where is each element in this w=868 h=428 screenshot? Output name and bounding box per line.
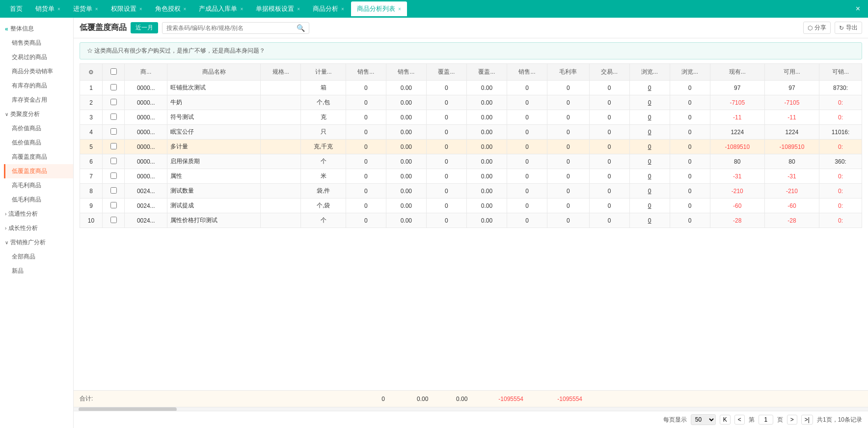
export-button[interactable]: ↻ 导出 [835, 22, 862, 34]
close-icon[interactable]: × [297, 6, 300, 12]
sidebar-section-marketing[interactable]: ∨ 营销推广分析 [0, 235, 73, 250]
nav-tab-home[interactable]: 首页 [4, 1, 28, 16]
row-name[interactable]: 多计量 [167, 140, 261, 154]
nav-tab-inbound[interactable]: 产成品入库单 × [193, 1, 249, 16]
nav-tab-product-analysis-list[interactable]: 商品分析列表 × [351, 1, 407, 16]
row-name[interactable]: 旺铺批次测试 [167, 81, 261, 95]
row-checkbox[interactable] [103, 95, 125, 110]
col-settings[interactable]: ⚙ [80, 64, 103, 81]
sidebar-section-overall[interactable]: « 整体信息 [0, 22, 73, 36]
sidebar-item-low-value[interactable]: 低价值商品 [4, 136, 73, 150]
row-name[interactable]: 眠宝公仔 [167, 125, 261, 140]
sidebar-item-inventory-goods[interactable]: 有库存的商品 [4, 79, 73, 93]
col-sales-count[interactable]: 销售... [507, 64, 547, 81]
sidebar-item-high-margin[interactable]: 高毛利商品 [4, 178, 73, 193]
row-checkbox[interactable] [103, 199, 125, 213]
sidebar-item-high-coverage[interactable]: 高覆盖度商品 [4, 150, 73, 164]
close-all-button[interactable]: × [852, 2, 864, 15]
row-browse1[interactable]: 0 [629, 110, 670, 125]
period-button[interactable]: 近一月 [131, 22, 158, 33]
col-trade[interactable]: 交易... [589, 64, 629, 81]
row-browse1[interactable]: 0 [629, 81, 670, 95]
horizontal-scrollbar[interactable] [74, 407, 868, 411]
row-checkbox[interactable] [103, 125, 125, 140]
close-icon[interactable]: × [184, 6, 187, 12]
next-page-button[interactable]: > [787, 415, 797, 425]
row-name[interactable]: 测试提成 [167, 199, 261, 213]
close-icon[interactable]: × [95, 6, 98, 12]
col-available[interactable]: 可用... [764, 64, 819, 81]
row-checkbox[interactable] [103, 81, 125, 95]
col-code[interactable]: 商... [125, 64, 167, 81]
col-browse1[interactable]: 浏览... [629, 64, 670, 81]
row-name[interactable]: 符号测试 [167, 110, 261, 125]
sidebar-item-all-goods[interactable]: 全部商品 [4, 250, 73, 264]
row-name[interactable]: 属性价格打印测试 [167, 213, 261, 228]
row-checkbox[interactable] [103, 140, 125, 154]
nav-tab-sales[interactable]: 销货单 × [29, 1, 66, 16]
select-all-checkbox[interactable] [110, 68, 117, 75]
row-browse1[interactable]: 0 [629, 184, 670, 199]
first-page-button[interactable]: K [720, 415, 731, 425]
share-button[interactable]: ⬡ 分享 [803, 22, 831, 34]
sidebar-item-low-margin[interactable]: 低毛利商品 [4, 193, 73, 207]
sidebar-item-sales-goods[interactable]: 销售类商品 [4, 36, 73, 50]
col-current-stock[interactable]: 现有... [710, 64, 764, 81]
col-coverage2[interactable]: 覆盖... [466, 64, 507, 81]
prev-page-button[interactable]: < [734, 415, 745, 425]
col-checkbox[interactable] [103, 64, 125, 81]
col-sales-qty[interactable]: 销售... [346, 64, 386, 81]
sidebar-section-circulation[interactable]: › 流通性分析 [0, 207, 73, 221]
close-icon[interactable]: × [341, 6, 344, 12]
page-number-input[interactable] [759, 415, 773, 425]
nav-tab-product-analysis[interactable]: 商品分析 × [307, 1, 350, 16]
row-browse1[interactable]: 0 [629, 125, 670, 140]
row-name[interactable]: 测试数量 [167, 184, 261, 199]
nav-tab-roles[interactable]: 角色授权 × [149, 1, 192, 16]
row-checkbox[interactable] [103, 154, 125, 169]
search-icon[interactable]: 🔍 [297, 24, 305, 32]
last-page-button[interactable]: >| [801, 415, 813, 425]
close-icon[interactable]: × [57, 6, 60, 12]
col-unit[interactable]: 计量... [301, 64, 346, 81]
col-coverage1[interactable]: 覆盖... [426, 64, 466, 81]
row-browse1[interactable]: 0 [629, 140, 670, 154]
col-browse2[interactable]: 浏览... [670, 64, 710, 81]
row-checkbox[interactable] [103, 110, 125, 125]
row-name[interactable]: 启用保质期 [167, 154, 261, 169]
search-input[interactable] [166, 25, 295, 31]
sidebar-section-growth[interactable]: › 成长性分析 [0, 221, 73, 235]
row-checkbox[interactable] [103, 213, 125, 228]
col-name[interactable]: 商品名称 [167, 64, 261, 81]
col-sellable[interactable]: 可销... [819, 64, 862, 81]
col-spec[interactable]: 规格... [261, 64, 301, 81]
row-checkbox[interactable] [103, 169, 125, 184]
close-icon[interactable]: × [240, 6, 243, 12]
row-name[interactable]: 牛奶 [167, 95, 261, 110]
sidebar-item-category-turnover[interactable]: 商品分类动销率 [4, 64, 73, 79]
nav-tab-purchase[interactable]: 进货单 × [67, 1, 104, 16]
sidebar-item-high-value[interactable]: 高价值商品 [4, 121, 73, 136]
nav-tab-templates[interactable]: 单据模板设置 × [250, 1, 306, 16]
sidebar-item-inventory-capital[interactable]: 库存资金占用 [4, 93, 73, 107]
row-browse1[interactable]: 0 [629, 95, 670, 110]
col-gross-margin[interactable]: 毛利率 [547, 64, 590, 81]
data-table-container[interactable]: ⚙ 商... 商品名称 规格... 计量... 销售... 销售... 覆盖..… [74, 63, 868, 390]
row-browse1[interactable]: 0 [629, 154, 670, 169]
close-icon[interactable]: × [398, 6, 401, 12]
row-checkbox[interactable] [103, 184, 125, 199]
nav-tab-permissions[interactable]: 权限设置 × [105, 1, 148, 16]
col-sales-amt[interactable]: 销售... [386, 64, 426, 81]
collapse-sidebar-icon[interactable]: « [5, 26, 8, 32]
sidebar-item-new-goods[interactable]: 新品 [4, 264, 73, 278]
row-browse1[interactable]: 0 [629, 213, 670, 228]
sidebar-section-cluster[interactable]: ∨ 类聚度分析 [0, 107, 73, 121]
row-browse1[interactable]: 0 [629, 169, 670, 184]
close-icon[interactable]: × [139, 6, 142, 12]
sidebar-item-low-coverage[interactable]: 低覆盖度商品 [4, 164, 73, 178]
row-browse1[interactable]: 0 [629, 199, 670, 213]
sidebar-item-traded-goods[interactable]: 交易过的商品 [4, 50, 73, 64]
row-name[interactable]: 属性 [167, 169, 261, 184]
page-size-select[interactable]: 50 100 200 [691, 414, 716, 425]
row-code: 0000... [125, 169, 167, 184]
